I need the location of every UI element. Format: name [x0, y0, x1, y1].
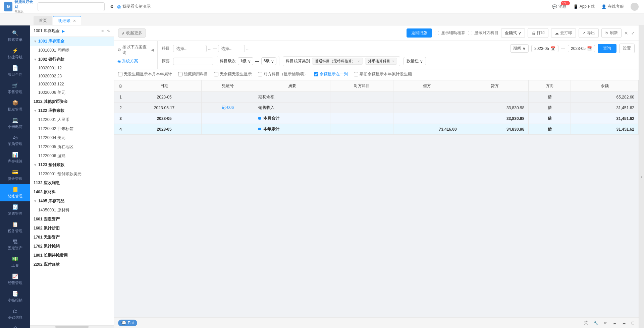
tree-item-10010001[interactable]: 10010001 同吗哟	[30, 46, 114, 55]
summary-input[interactable]	[173, 58, 213, 65]
tree-item-10020002[interactable]: 10020002 23	[30, 72, 114, 80]
check-show-ytd[interactable]: 期初余额显示本年累计发生额	[354, 71, 412, 77]
cb-show-contra[interactable]	[258, 72, 262, 76]
sidebar-item-funds[interactable]: 💳 资金管理	[0, 167, 30, 184]
subject-input-from[interactable]	[173, 45, 207, 52]
sidebar-item-operation[interactable]: 📈 经营管理	[0, 271, 30, 288]
sidebar-item-contract[interactable]: 📄 项目合同	[0, 62, 30, 80]
tab-home[interactable]: 首页	[34, 16, 52, 25]
format-dropdown-btn[interactable]: 金额式 ∨	[501, 28, 525, 38]
period-to-picker[interactable]: 2023-05 📅	[568, 45, 595, 52]
tree-scrollbar-thumb[interactable]	[55, 326, 89, 328]
help-chat-btn[interactable]: 💬 Eat	[118, 320, 137, 326]
qty-dropdown[interactable]: 数量栏 ∨	[404, 57, 426, 65]
demo-link[interactable]: ◎ 我要看实例演示	[117, 4, 151, 9]
scheme-system-btn[interactable]: ◉ 系统方案	[117, 58, 154, 64]
sidebar-item-assets[interactable]: 🏗 固定资产	[0, 236, 30, 253]
cb-balance-one-col[interactable]	[314, 72, 318, 76]
print-btn[interactable]: 🖨 打印	[528, 28, 548, 38]
expand-btn[interactable]: ∧ 收起更多	[118, 28, 146, 38]
sidebar-item-ecommerce[interactable]: 💻 小畅电商	[0, 115, 30, 132]
cloud-print-btn[interactable]: ☁ 云打印	[551, 28, 576, 38]
sidebar-item-retail[interactable]: 🛒 零售管理	[0, 80, 30, 97]
tree-item-11220005[interactable]: 11220005 所在地区	[30, 142, 114, 151]
sidebar-item-base[interactable]: 🗂 基础信息	[0, 306, 30, 323]
settings-gear[interactable]: ⚙	[110, 4, 114, 9]
row2-voucher[interactable]: 记-006	[202, 103, 254, 113]
settings-btn[interactable]: 设置	[619, 44, 635, 53]
sidebar-item-inventory[interactable]: 📊 库存核算	[0, 149, 30, 167]
close-panel-btn[interactable]: ×	[624, 30, 628, 36]
tree-item-1701[interactable]: 1701 无形资产	[30, 233, 114, 242]
cb-no-balance[interactable]	[214, 72, 218, 76]
tree-item-11230001[interactable]: 11230001 预付账款美元	[30, 170, 114, 179]
message-btn[interactable]: 💬 消息 99+	[552, 4, 567, 9]
tab-detail-close[interactable]: ×	[73, 18, 76, 23]
expand-right-icon[interactable]: ⤢	[631, 31, 635, 36]
return-old-btn[interactable]: 返回旧版	[407, 28, 432, 38]
subject-input-to[interactable]	[218, 45, 245, 52]
list-view-icon[interactable]: ≡	[101, 29, 104, 34]
tree-item-11220001[interactable]: 11220001 人民币	[30, 115, 114, 124]
tree-item-1601[interactable]: 1601 固定资产	[30, 215, 114, 224]
type-tag2-close[interactable]: ×	[392, 59, 394, 63]
tree-item-1602[interactable]: 1602 累计折旧	[30, 224, 114, 233]
online-service-btn[interactable]: 👤 在线客服	[601, 4, 624, 9]
voucher-link-row2[interactable]: 记-006	[222, 105, 234, 110]
tree-item-14050001[interactable]: 14050001 原材料	[30, 206, 114, 215]
table-settings-icon[interactable]: ⚙	[118, 83, 123, 89]
sidebar-item-payroll[interactable]: 💵 工资	[0, 253, 30, 271]
level-to-select[interactable]: 6级 ∨	[261, 57, 277, 65]
right-expand-tab[interactable]: ›	[639, 25, 644, 328]
tree-item-10020006[interactable]: 10020006 美元	[30, 88, 114, 97]
sidebar-item-system[interactable]: ⚙ 系统管理	[0, 323, 30, 328]
check-no-occur[interactable]: 无发生额显示本月本年累计	[118, 71, 172, 77]
check-show-contra[interactable]: 对方科目（显示辅助项）	[258, 71, 308, 77]
type-tag1-close[interactable]: ×	[358, 59, 360, 63]
sidebar-item-tax[interactable]: 📋 税务管理	[0, 219, 30, 236]
cb-hide-disabled[interactable]	[178, 72, 182, 76]
scheme-collapse-icon[interactable]: ◀	[151, 48, 154, 52]
tree-item-1122[interactable]: ▼ 1122 应收账款	[30, 106, 114, 115]
tree-item-1001[interactable]: ▼ 1001 库存现金	[30, 37, 114, 46]
query-btn[interactable]: 查询	[598, 44, 616, 53]
tree-item-11220004[interactable]: 11220004 美元	[30, 133, 114, 142]
period-dropdown[interactable]: 期间 ∨	[510, 44, 529, 53]
tree-item-1132[interactable]: 1132 应收利息	[30, 179, 114, 188]
check-hide-disabled[interactable]: 隐藏禁用科目	[178, 71, 208, 77]
search-input[interactable]	[38, 2, 105, 11]
show-contra-checkbox[interactable]	[468, 31, 472, 35]
tree-item-10020001[interactable]: 10020001 12	[30, 64, 114, 72]
tree-item-1405[interactable]: ▼ 1405 库存商品	[30, 197, 114, 206]
check-balance-one-col[interactable]: 余额显示在一列	[314, 71, 348, 77]
tree-item-1002[interactable]: ▼ 1002 银行存款	[30, 55, 114, 64]
tree-item-1012[interactable]: 1012 其他货币资金	[30, 97, 114, 106]
sidebar-item-ledger[interactable]: 📒 总账管理	[0, 184, 30, 201]
level-from-select[interactable]: 1级 ∨	[238, 57, 253, 65]
status-icon3[interactable]: ☁	[612, 321, 616, 325]
period-from-picker[interactable]: 2023-05 📅	[531, 45, 558, 52]
user-area[interactable]	[631, 3, 640, 11]
tree-item-10020003[interactable]: 10020003 122	[30, 80, 114, 88]
sidebar-item-wholesale[interactable]: 📦 批发管理	[0, 97, 30, 115]
tree-item-1702[interactable]: 1702 累计摊销	[30, 242, 114, 251]
tree-item-1403[interactable]: 1403 原材料	[30, 188, 114, 197]
tree-item-1801[interactable]: 1801 长期待摊费用	[30, 251, 114, 260]
tree-item-11220002[interactable]: 11220002 往来标签	[30, 124, 114, 133]
language-btn[interactable]: 英	[584, 320, 588, 326]
cb-no-occur[interactable]	[118, 72, 122, 76]
sidebar-item-xiaochang[interactable]: 📑 小畅报销	[0, 288, 30, 306]
tree-edit-icon[interactable]: ✎	[107, 29, 110, 34]
show-aux-checkbox-label[interactable]: 显示辅助核算	[435, 30, 465, 36]
tree-item-11220006[interactable]: 11220006 游戏	[30, 151, 114, 160]
status-icon4[interactable]: ☁	[622, 321, 626, 325]
check-no-balance[interactable]: 无余额无发生显示	[214, 71, 252, 77]
status-icon1[interactable]: 🔧	[593, 321, 598, 325]
scheme-settings-icon[interactable]: ⚙	[117, 48, 121, 52]
app-download-btn[interactable]: 📱 App下载	[573, 4, 595, 9]
export-btn[interactable]: ↗ 导出	[579, 28, 599, 38]
sidebar-item-quick[interactable]: ⚡ 快捷导航	[0, 45, 30, 62]
sidebar-item-invoice[interactable]: 🧾 发票管理	[0, 201, 30, 219]
tab-detail[interactable]: 明细账 ×	[53, 16, 81, 25]
status-icon2[interactable]: ✏	[604, 321, 607, 325]
